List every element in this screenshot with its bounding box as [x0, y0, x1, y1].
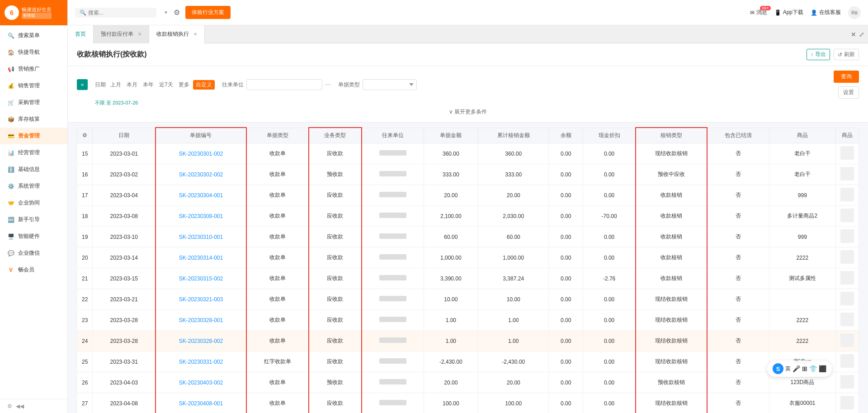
topbar: 🔍 ▼ ⚙ 体验行业方案 ✉ 消息 99+ 📱 App下载 👤 在线客服 Rit: [68, 0, 868, 25]
cell-cumamount: 1,000.00: [478, 247, 549, 268]
th-settings[interactable]: ⚙: [77, 128, 93, 143]
cell-included: 否: [707, 268, 769, 289]
singleno-link[interactable]: SK-20230321-003: [179, 296, 223, 303]
sidebar-item-operation[interactable]: 📊 经营管理: [0, 144, 67, 161]
table-header-row: ⚙ 日期 单据编号 单据类型 业务类型 往来单位 单据金额 累计核销金额 余额 …: [77, 128, 859, 143]
corp-icon: 🤝: [7, 199, 14, 207]
page-content: 收款核销执行(按收款) ↑ 导出 ↺ 刷新 » 日期 上月: [68, 43, 868, 413]
query-button[interactable]: 查询: [834, 71, 859, 83]
th-goods2: 商品: [836, 128, 859, 143]
cell-balance: 0.00: [549, 372, 583, 393]
cell-balance: 0.00: [549, 143, 583, 164]
cell-date: 2023-04-03: [93, 372, 156, 393]
tab-close-all-button[interactable]: ✕: [851, 31, 856, 38]
partner-filter-input[interactable]: [246, 79, 322, 90]
singleno-link[interactable]: SK-20230308-001: [179, 213, 223, 219]
tab-expand-button[interactable]: ⤢: [859, 31, 864, 38]
cell-date: 2023-03-08: [93, 206, 156, 227]
refresh-button[interactable]: ↺ 刷新: [834, 49, 859, 60]
guide-icon: 🆕: [7, 216, 14, 223]
singleno-link[interactable]: SK-20230304-001: [179, 192, 223, 199]
expand-label: 展开更多条件: [454, 108, 487, 116]
cell-index: 24: [77, 331, 93, 351]
last-month-button[interactable]: 上月: [108, 80, 123, 90]
message-button[interactable]: ✉ 消息 99+: [750, 9, 767, 16]
more-date-button[interactable]: 更多: [177, 80, 191, 90]
sidebar-item-basic[interactable]: ℹ️ 基础信息: [0, 161, 67, 178]
cell-date: 2023-04-08: [93, 393, 156, 413]
cell-goods2: [836, 393, 859, 413]
filter-toggle-button[interactable]: »: [77, 79, 88, 90]
tab-collection-close-icon[interactable]: ✕: [193, 32, 197, 37]
sidebar-item-search[interactable]: 🔍 搜索菜单: [0, 27, 67, 44]
sidebar-item-guide[interactable]: 🆕 新手引导: [0, 211, 67, 228]
filter-settings-button[interactable]: 设置: [838, 86, 859, 99]
singleno-link[interactable]: SK-20230408-001: [179, 400, 223, 407]
partner-filter-dots[interactable]: ···: [325, 81, 331, 89]
dropdown-chevron-icon[interactable]: ▼: [164, 10, 168, 15]
settings-icon[interactable]: ⚙: [7, 403, 12, 409]
expand-bar[interactable]: ∨ 展开更多条件: [77, 106, 859, 118]
singleno-link[interactable]: SK-20230310-001: [179, 234, 223, 240]
sidebar-item-quicknav[interactable]: 🏠 快捷导航: [0, 44, 67, 61]
sidebar-item-marketing[interactable]: 📢 营销推广: [0, 61, 67, 77]
app-download-button[interactable]: 📱 App下载: [774, 9, 803, 16]
singleno-link[interactable]: SK-20230328-001: [179, 317, 223, 323]
watermark-s-icon: S: [773, 363, 783, 374]
topbar-search-box[interactable]: 🔍: [75, 8, 156, 18]
tab-prepay-close-icon[interactable]: ✕: [138, 32, 142, 37]
sidebar-item-wechat[interactable]: 💬 企业微信: [0, 245, 67, 261]
collapse-icon[interactable]: ◀◀: [16, 403, 24, 409]
cell-date: 2023-03-28: [93, 310, 156, 331]
online-service-button[interactable]: 👤 在线客服: [811, 9, 841, 16]
singleno-link[interactable]: SK-20230328-002: [179, 338, 223, 344]
logo-badge: 标推版: [22, 13, 52, 19]
gear-icon[interactable]: ⚙: [174, 8, 180, 17]
sidebar-item-member[interactable]: V 畅会员: [0, 261, 67, 278]
th-goods1: 商品: [769, 128, 835, 143]
watermark-shirt-icon: 👕: [809, 365, 817, 372]
solution-button[interactable]: 体验行业方案: [185, 6, 231, 19]
singleno-link[interactable]: SK-20230301-002: [179, 151, 223, 157]
cell-partner: [362, 372, 424, 393]
singleno-link[interactable]: SK-20230314-001: [179, 255, 223, 261]
sidebar-item-corp[interactable]: 🤝 企业协同: [0, 195, 67, 211]
tab-prepay[interactable]: 预付款应付单 ✕: [94, 25, 149, 43]
cell-nuketype: 现结收款核销: [636, 393, 707, 413]
last-7days-button[interactable]: 近7天: [157, 80, 175, 90]
single-type-select[interactable]: [363, 79, 417, 90]
cell-cumamount: 2,030.00: [478, 206, 549, 227]
search-icon: 🔍: [80, 9, 86, 16]
th-singletype: 单据类型: [246, 128, 309, 143]
search-input[interactable]: [88, 9, 142, 16]
sidebar-item-finance[interactable]: 💳 资金管理: [0, 128, 67, 144]
sidebar-item-hardware[interactable]: 🖥️ 智能硬件: [0, 228, 67, 245]
singleno-link[interactable]: SK-20230331-002: [179, 359, 223, 365]
sidebar-item-sales[interactable]: 💰 销售管理: [0, 77, 67, 94]
cell-discount: 0.00: [583, 289, 636, 310]
avatar[interactable]: Rit: [848, 6, 861, 19]
cell-goods2: [836, 206, 859, 227]
sidebar-item-inventory[interactable]: 📦 库存核算: [0, 111, 67, 128]
cell-discount: 0.00: [583, 331, 636, 351]
this-year-button[interactable]: 本年: [141, 80, 156, 90]
sidebar-item-label: 库存核算: [18, 115, 40, 123]
singleno-link[interactable]: SK-20230302-002: [179, 171, 223, 178]
cell-index: 25: [77, 351, 93, 372]
topbar-right: ✉ 消息 99+ 📱 App下载 👤 在线客服 Rit: [750, 6, 861, 19]
tab-collection[interactable]: 收款核销执行 ✕: [149, 25, 205, 43]
cell-nuketype: 现结收款核销: [636, 351, 707, 372]
export-button[interactable]: ↑ 导出: [807, 49, 830, 60]
th-amount: 单据金额: [424, 128, 478, 143]
cell-discount: 0.00: [583, 310, 636, 331]
tab-home[interactable]: 首页: [68, 25, 94, 43]
singleno-link[interactable]: SK-20230315-002: [179, 275, 223, 282]
this-month-button[interactable]: 本月: [125, 80, 139, 90]
singleno-link[interactable]: SK-20230403-002: [179, 380, 223, 386]
cell-index: 17: [77, 185, 93, 206]
sidebar-item-system[interactable]: ⚙️ 系统管理: [0, 178, 67, 195]
cell-index: 21: [77, 268, 93, 289]
sidebar-item-purchase[interactable]: 🛒 采购管理: [0, 94, 67, 111]
cell-singleno: SK-20230331-002: [156, 351, 246, 372]
custom-date-button[interactable]: 自定义: [193, 80, 215, 90]
